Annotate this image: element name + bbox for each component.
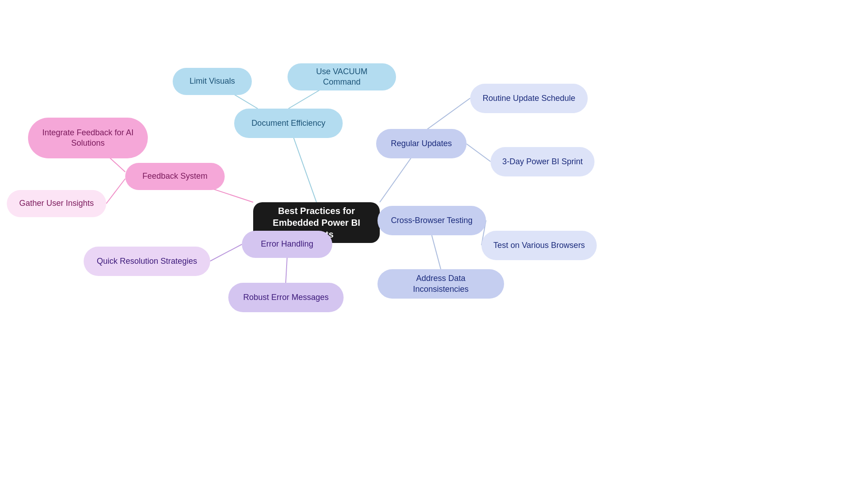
use-vacuum-node[interactable]: Use VACUUM Command xyxy=(288,63,396,90)
regular-updates-node[interactable]: Regular Updates xyxy=(376,129,467,158)
svg-line-14 xyxy=(432,235,441,269)
test-various-browsers-node[interactable]: Test on Various Browsers xyxy=(481,231,597,260)
power-bi-sprint-node[interactable]: 3-Day Power BI Sprint xyxy=(491,147,594,176)
svg-line-8 xyxy=(286,258,287,283)
svg-line-11 xyxy=(467,144,491,162)
svg-line-10 xyxy=(421,98,470,133)
feedback-system-node[interactable]: Feedback System xyxy=(125,163,225,190)
document-efficiency-node[interactable]: Document Efficiency xyxy=(234,109,343,138)
svg-line-5 xyxy=(106,179,125,204)
robust-errors-node[interactable]: Robust Error Messages xyxy=(228,283,344,312)
gather-user-insights-node[interactable]: Gather User Insights xyxy=(7,190,106,217)
cross-browser-node[interactable]: Cross-Browser Testing xyxy=(377,206,486,235)
quick-resolution-node[interactable]: Quick Resolution Strategies xyxy=(84,247,210,276)
limit-visuals-node[interactable]: Limit Visuals xyxy=(173,68,252,95)
integrate-feedback-node[interactable]: Integrate Feedback for AI Solutions xyxy=(28,118,148,158)
address-data-node[interactable]: Address Data Inconsistencies xyxy=(377,269,504,299)
error-handling-node[interactable]: Error Handling xyxy=(242,231,332,258)
routine-schedule-node[interactable]: Routine Update Schedule xyxy=(470,84,588,113)
svg-line-7 xyxy=(210,244,242,261)
